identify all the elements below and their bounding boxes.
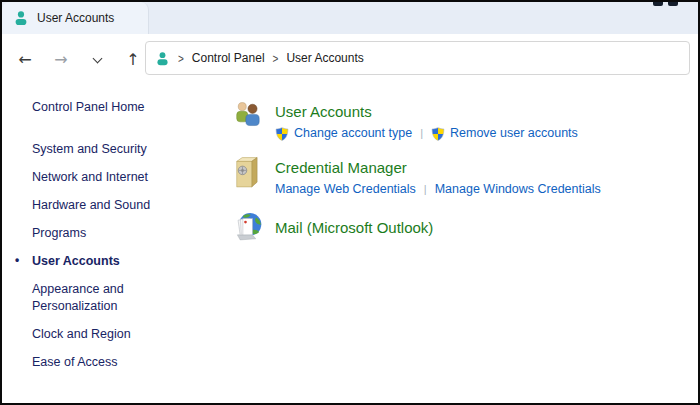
up-icon[interactable]: ↑ [122,46,144,72]
task-links: Change account type | [275,126,578,141]
mail-icon[interactable] [234,212,266,242]
user-accounts-icon[interactable] [234,100,266,141]
breadcrumb-item-user-accounts[interactable]: User Accounts [286,51,363,65]
titlebar: User Accounts [2,2,698,34]
cropped-window-control-mark [668,2,678,6]
task-links: Manage Web Credentials | Manage Windows … [275,182,601,197]
sidebar-item-system-and-security[interactable]: System and Security [32,141,202,158]
location-user-icon[interactable] [155,51,170,66]
app-window: User Accounts ← → ↑ > Control P [0,0,700,405]
sidebar-item-user-accounts[interactable]: • User Accounts [32,253,202,270]
sidebar-item-clock-and-region[interactable]: Clock and Region [32,326,202,343]
recent-locations-chevron-icon[interactable] [86,46,108,72]
forward-icon[interactable]: → [50,46,72,72]
link-label: Manage Windows Credentials [435,182,601,197]
sidebar-item-hardware-and-sound[interactable]: Hardware and Sound [32,197,202,214]
window-tab-user-accounts[interactable]: User Accounts [2,2,149,34]
section-credential-manager: Credential Manager Manage Web Credential… [234,156,601,197]
window-title: User Accounts [37,11,114,25]
link-label: Change account type [294,126,412,141]
link-divider: | [424,182,427,197]
section-body: Mail (Microsoft Outlook) [275,212,433,242]
section-body: Credential Manager Manage Web Credential… [275,156,601,197]
breadcrumb-separator: > [273,51,279,65]
sidebar-item-control-panel-home[interactable]: Control Panel Home [32,99,202,116]
window-body: User Accounts ← → ↑ > Control P [2,2,698,403]
sidebar-item-ease-of-access[interactable]: Ease of Access [32,354,202,371]
active-bullet: • [15,252,19,269]
cropped-window-control-mark [653,2,663,6]
credential-manager-icon[interactable] [234,156,266,197]
link-divider: | [420,126,423,141]
main-content: User Accounts [234,100,601,257]
section-user-accounts: User Accounts [234,100,601,141]
sidebar: Control Panel Home System and Security N… [32,99,202,382]
section-mail: Mail (Microsoft Outlook) [234,212,601,242]
remove-user-accounts-link[interactable]: Remove user accounts [431,126,578,141]
uac-shield-icon [431,127,445,141]
manage-web-credentials-link[interactable]: Manage Web Credentials [275,182,416,197]
sidebar-item-label: User Accounts [32,254,120,268]
section-body: User Accounts [275,100,578,141]
breadcrumb-separator: > [178,51,184,65]
back-icon[interactable]: ← [14,46,36,72]
uac-shield-icon [275,127,289,141]
nav-buttons: ← → ↑ [14,34,144,84]
section-title-credential-manager[interactable]: Credential Manager [275,158,601,177]
user-icon [13,10,29,26]
section-title-user-accounts[interactable]: User Accounts [275,102,578,121]
link-label: Manage Web Credentials [275,182,416,197]
sidebar-item-programs[interactable]: Programs [32,225,202,242]
sidebar-item-network-and-internet[interactable]: Network and Internet [32,169,202,186]
address-bar[interactable]: > Control Panel > User Accounts [145,41,690,75]
navigation-bar: ← → ↑ > Control Panel > User Accounts [2,34,698,84]
section-title-mail[interactable]: Mail (Microsoft Outlook) [275,218,433,237]
sidebar-item-appearance-and-personalization[interactable]: Appearance and Personalization [32,281,202,315]
manage-windows-credentials-link[interactable]: Manage Windows Credentials [435,182,601,197]
link-label: Remove user accounts [450,126,578,141]
breadcrumb-item-control-panel[interactable]: Control Panel [192,51,265,65]
change-account-type-link[interactable]: Change account type [275,126,412,141]
